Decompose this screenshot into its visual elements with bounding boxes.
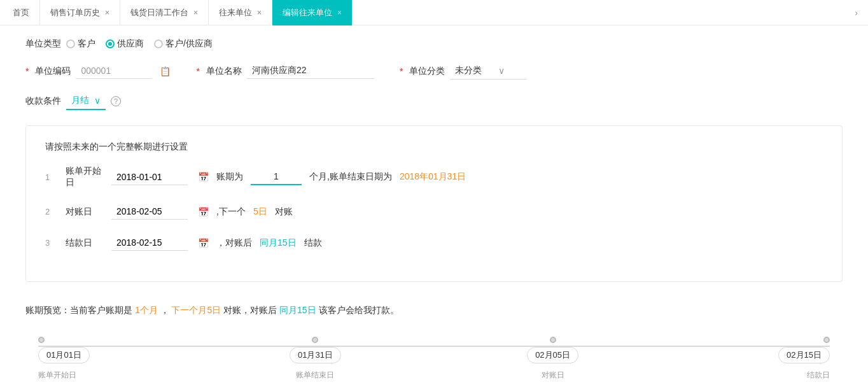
tab-home[interactable]: 首页 [5, 0, 40, 25]
preview-part3: 同月15日 [279, 305, 316, 315]
unit-category-star: * [400, 66, 403, 76]
unit-code-label: 单位编码 [35, 66, 71, 77]
radio-customer-circle [66, 39, 75, 48]
unit-type-group: 单位类型 客户 供应商 客户/供应商 [25, 38, 213, 50]
period-date-input-3[interactable] [111, 235, 188, 251]
preview-part2: 下一个月5日 [171, 305, 221, 315]
timeline: 01月01日 账单开始日 01月31日 账单结束日 02月05日 对账日 02月… [25, 337, 843, 381]
radio-supplier-circle [106, 39, 115, 48]
unit-name-group: * 单位名称 [196, 63, 374, 79]
tl-badge-4: 02月15日 [778, 347, 830, 363]
tab-cash-work[interactable]: 钱货日清工作台 × [120, 0, 209, 25]
radio-customer-label: 客户 [78, 38, 95, 50]
period-date-input-1[interactable] [111, 169, 188, 185]
condition-row: 收款条件 月结 ∨ ? [25, 92, 843, 110]
radio-both-circle [154, 39, 163, 48]
period-desc-1-post: 个月,账单结束日期为 [309, 171, 392, 183]
period-cal-icon-1[interactable]: 📅 [198, 172, 209, 182]
tl-label-1: 账单开始日 [38, 370, 76, 381]
radio-group: 客户 供应商 客户/供应商 [66, 38, 213, 50]
tl-dot-4 [823, 337, 830, 343]
timeline-point-1: 01月01日 账单开始日 [38, 337, 117, 381]
condition-value: 月结 [71, 95, 89, 106]
tab-cash-work-close[interactable]: × [193, 8, 198, 17]
tab-sales-history[interactable]: 销售订单历史 × [40, 0, 120, 25]
period-desc-1-pre: 账期为 [216, 171, 243, 183]
unit-category-label: 单位分类 [409, 66, 445, 77]
period-label-3: 结款日 [66, 237, 104, 249]
period-cal-icon-2[interactable]: 📅 [198, 207, 209, 217]
preview-sep1: ， [160, 305, 169, 315]
tab-edit-partner[interactable]: 编辑往来单位 × [272, 0, 353, 25]
unit-type-label: 单位类型 [25, 38, 61, 50]
tl-label-2: 账单结束日 [296, 370, 334, 381]
period-label-1: 账单开始日 [66, 165, 104, 188]
main-content: 单位类型 客户 供应商 客户/供应商 * 单位编码 [0, 25, 868, 387]
preview-row: 账期预览：当前客户账期是 1个月 ， 下一个月5日 对账，对账后 同月15日 该… [25, 295, 843, 332]
timeline-items: 01月01日 账单开始日 01月31日 账单结束日 02月05日 对账日 02月… [38, 337, 830, 381]
period-highlight-3: 同月15日 [260, 237, 297, 249]
unit-name-star: * [196, 66, 199, 76]
preview-part1: 1个月 [135, 305, 158, 315]
period-row-3: 3 结款日 📅 ，对账后 同月15日 结款 [45, 235, 823, 251]
condition-arrow-icon: ∨ [94, 95, 101, 106]
unit-name-input[interactable] [247, 63, 374, 79]
tl-dot-1 [38, 337, 45, 343]
tl-line-1 [117, 346, 276, 347]
period-label-2: 对账日 [66, 206, 104, 218]
period-row-2: 2 对账日 📅 ,下一个 5日 对账 [45, 204, 823, 220]
preview-suffix: 该客户会给我打款。 [319, 305, 399, 315]
tl-line-2 [355, 346, 514, 347]
help-icon[interactable]: ? [111, 96, 121, 106]
unit-code-star: * [25, 66, 29, 76]
unit-code-group: * 单位编码 📋 [25, 63, 171, 79]
unit-name-label: 单位名称 [206, 66, 242, 77]
period-num-1: 1 [45, 172, 58, 182]
condition-label: 收款条件 [25, 95, 61, 107]
unit-category-group: * 单位分类 未分类 ∨ [400, 62, 526, 80]
tl-line-3 [592, 346, 751, 347]
period-desc-3-pre: ，对账后 [216, 237, 252, 249]
unit-code-icon[interactable]: 📋 [160, 66, 171, 76]
tl-label-4: 结款日 [807, 370, 830, 381]
period-desc-2-pre: ,下一个 [216, 206, 246, 218]
tl-badge-3: 02月05日 [527, 347, 578, 363]
unit-type-row: 单位类型 客户 供应商 客户/供应商 [25, 38, 843, 50]
tab-sales-history-close[interactable]: × [105, 8, 109, 17]
condition-select[interactable]: 月结 ∨ [66, 92, 106, 110]
period-box-title: 请按照未来的一个完整帐期进行设置 [45, 141, 823, 153]
tab-partner[interactable]: 往来单位 × [209, 0, 272, 25]
tab-edit-partner-close[interactable]: × [337, 8, 342, 17]
period-row-1: 1 账单开始日 📅 账期为 个月,账单结束日期为 2018年01月31日 [45, 165, 823, 188]
tl-label-3: 对账日 [542, 370, 564, 381]
period-months-input[interactable] [251, 169, 302, 185]
unit-code-input[interactable] [76, 63, 152, 79]
tab-partner-close[interactable]: × [257, 8, 262, 17]
tl-badge-1: 01月01日 [38, 347, 90, 363]
radio-customer[interactable]: 客户 [66, 38, 95, 50]
radio-both-label: 客户/供应商 [165, 38, 213, 50]
preview-prefix: 账期预览：当前客户账期是 [25, 305, 132, 315]
preview-sep2: 对账，对账后 [223, 305, 277, 315]
period-desc-3-post: 结款 [304, 237, 322, 249]
period-end-date: 2018年01月31日 [400, 171, 466, 183]
radio-supplier[interactable]: 供应商 [106, 38, 144, 50]
tab-bar: 首页 销售订单历史 × 钱货日清工作台 × 往来单位 × 编辑往来单位 × › [0, 0, 868, 25]
unit-category-select[interactable]: 未分类 ∨ [450, 62, 526, 80]
tl-dot-2 [312, 337, 318, 343]
period-desc-2-post: 对账 [275, 206, 293, 218]
period-num-2: 2 [45, 207, 58, 216]
period-highlight-2: 5日 [253, 206, 267, 218]
period-date-input-2[interactable] [111, 204, 188, 220]
unit-category-value: 未分类 [455, 65, 493, 76]
period-cal-icon-3[interactable]: 📅 [198, 238, 209, 248]
radio-both[interactable]: 客户/供应商 [154, 38, 213, 50]
period-num-3: 3 [45, 238, 58, 248]
tab-arrow[interactable]: › [850, 8, 863, 18]
period-box: 请按照未来的一个完整帐期进行设置 1 账单开始日 📅 账期为 个月,账单结束日期… [25, 125, 843, 282]
tl-badge-2: 01月31日 [290, 347, 341, 363]
timeline-point-3: 02月05日 对账日 [513, 337, 592, 381]
radio-supplier-label: 供应商 [117, 38, 144, 50]
timeline-point-4: 02月15日 结款日 [751, 337, 830, 381]
timeline-point-2: 01月31日 账单结束日 [276, 337, 354, 381]
